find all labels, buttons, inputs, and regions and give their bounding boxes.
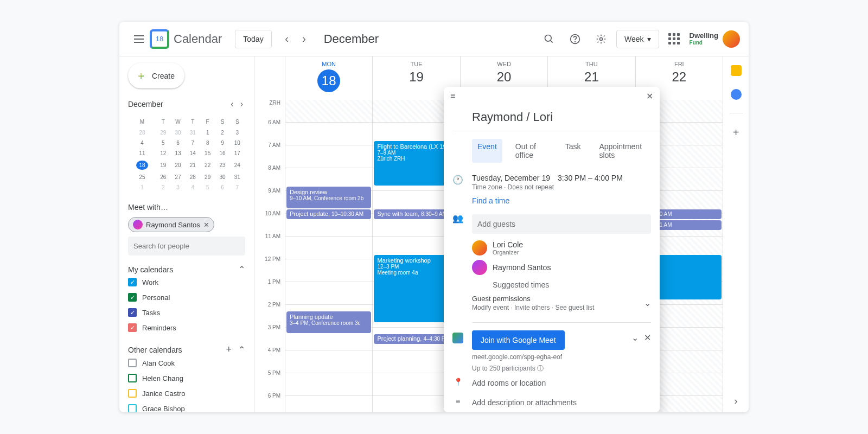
mini-prev-button[interactable]: ‹ <box>228 98 235 110</box>
add-addon-button[interactable]: + <box>733 126 739 139</box>
guest-row[interactable]: Raymond Santos <box>472 258 651 277</box>
mini-cal-day[interactable]: 31 <box>231 173 244 182</box>
help-button[interactable] <box>564 28 586 50</box>
search-button[interactable] <box>538 28 560 50</box>
event-type-tab[interactable]: Event <box>472 139 502 163</box>
view-selector[interactable]: Week▾ <box>616 30 659 48</box>
mini-cal-day[interactable]: 23 <box>215 159 229 171</box>
chip-remove-button[interactable]: ✕ <box>203 221 209 229</box>
mini-cal-day[interactable]: 12 <box>156 149 170 158</box>
mini-cal-day[interactable]: 18 <box>129 159 155 171</box>
settings-button[interactable] <box>590 28 612 50</box>
my-calendars-toggle[interactable]: My calendars ⌃ <box>128 264 245 275</box>
mini-cal-day[interactable]: 13 <box>171 149 184 158</box>
mini-cal-day[interactable]: 10 <box>231 138 244 148</box>
event-datetime[interactable]: Tuesday, December 193:30 PM – 4:00 PM <box>472 174 651 182</box>
meet-with-chip[interactable]: Raymond Santos ✕ <box>128 217 214 232</box>
apps-button[interactable] <box>663 28 685 50</box>
mini-cal-day[interactable]: 30 <box>215 173 229 182</box>
mini-cal-day[interactable]: 29 <box>156 128 170 137</box>
mini-cal-day[interactable]: 4 <box>186 183 200 192</box>
mini-cal-day[interactable]: 11 <box>129 149 155 158</box>
mini-cal-day[interactable]: 16 <box>215 149 229 158</box>
add-location-button[interactable]: 📍 Add rooms or location <box>472 373 651 393</box>
add-description-button[interactable]: ≡ Add description or attachments <box>472 393 651 412</box>
join-meet-button[interactable]: Join with Google Meet <box>472 330 565 350</box>
mini-cal-day[interactable]: 6 <box>215 183 229 192</box>
mini-cal-day[interactable]: 3 <box>231 128 244 137</box>
mini-cal-day[interactable]: 20 <box>171 159 184 171</box>
mini-cal-day[interactable]: 7 <box>186 138 200 148</box>
other-calendars-toggle[interactable]: Other calendars + ⌃ <box>128 344 245 355</box>
mini-cal-day[interactable]: 15 <box>201 149 214 158</box>
event-title-input[interactable]: Raymond / Lori <box>452 106 660 131</box>
prev-period-button[interactable]: ‹ <box>278 30 296 48</box>
mini-cal-day[interactable]: 14 <box>186 149 200 158</box>
calendar-toggle[interactable]: ✓Reminders <box>128 320 245 335</box>
event-type-tab[interactable]: Appointment slots <box>593 139 651 163</box>
calendar-toggle[interactable]: Alan Cook <box>128 355 245 371</box>
mini-cal-day[interactable]: 9 <box>215 138 229 148</box>
close-modal-button[interactable]: ✕ <box>646 91 653 101</box>
meet-expand-button[interactable]: ⌄ <box>631 333 639 343</box>
mini-calendar[interactable]: MTWTFSS282930311234567891011121314151617… <box>128 116 245 193</box>
calendar-event[interactable]: Design review9–10 AM, Conference room 2b <box>286 187 371 208</box>
calendar-event[interactable]: Project update, 10–10:30 AM <box>286 209 371 219</box>
mini-cal-day[interactable]: 31 <box>186 128 200 137</box>
today-button[interactable]: Today <box>235 30 271 48</box>
next-period-button[interactable]: › <box>296 30 313 48</box>
mini-cal-day[interactable]: 8 <box>201 138 214 148</box>
mini-cal-day[interactable]: 2 <box>156 183 170 192</box>
suggested-times-link[interactable]: Suggested times <box>493 280 651 289</box>
add-guests-input[interactable] <box>472 214 651 234</box>
mini-cal-day[interactable]: 30 <box>171 128 184 137</box>
day-header[interactable]: MON18 <box>285 56 372 100</box>
user-avatar[interactable] <box>723 30 740 48</box>
day-column[interactable]: Design review9–10 AM, Conference room 2b… <box>285 100 372 412</box>
drag-handle-icon[interactable]: ≡ <box>450 91 455 101</box>
info-icon[interactable]: ⓘ <box>537 365 544 372</box>
mini-cal-day[interactable]: 22 <box>201 159 214 171</box>
tasks-icon[interactable] <box>731 89 742 100</box>
mini-cal-day[interactable]: 21 <box>186 159 200 171</box>
mini-cal-day[interactable]: 5 <box>201 183 214 192</box>
calendar-toggle[interactable]: Janice Castro <box>128 386 245 401</box>
find-time-link[interactable]: Find a time <box>472 196 509 205</box>
mini-cal-day[interactable]: 17 <box>231 149 244 158</box>
calendar-toggle[interactable]: ✓Work <box>128 275 245 290</box>
event-type-tab[interactable]: Task <box>560 139 586 163</box>
guest-row[interactable]: Lori ColeOrganizer <box>472 238 651 258</box>
add-calendar-button[interactable]: + <box>226 344 232 355</box>
create-button[interactable]: ＋ Create <box>128 63 184 88</box>
calendar-toggle[interactable]: Helen Chang <box>128 371 245 386</box>
mini-cal-day[interactable]: 1 <box>129 183 155 192</box>
main-menu-button[interactable] <box>128 28 150 50</box>
calendar-toggle[interactable]: ✓Personal <box>128 290 245 305</box>
mini-cal-day[interactable]: 1 <box>201 128 214 137</box>
search-people-input[interactable] <box>128 237 245 256</box>
mini-cal-day[interactable]: 28 <box>129 128 155 137</box>
collapse-panel-button[interactable]: › <box>735 395 738 407</box>
calendar-event[interactable]: Planning update3–4 PM, Conference room 3… <box>286 311 371 333</box>
permissions-expand-button[interactable]: ⌄ <box>644 298 651 308</box>
calendar-toggle[interactable]: Grace Bishop <box>128 401 245 412</box>
mini-cal-day[interactable]: 3 <box>171 183 184 192</box>
mini-cal-day[interactable]: 4 <box>129 138 155 148</box>
mini-cal-day[interactable]: 7 <box>231 183 244 192</box>
keep-icon[interactable] <box>731 65 742 76</box>
mini-cal-day[interactable]: 27 <box>171 173 184 182</box>
meet-remove-button[interactable]: ✕ <box>644 333 651 343</box>
mini-cal-day[interactable]: 6 <box>171 138 184 148</box>
mini-cal-day[interactable]: 26 <box>156 173 170 182</box>
mini-next-button[interactable]: › <box>238 98 245 110</box>
mini-cal-day[interactable]: 25 <box>129 173 155 182</box>
people-icon: 👥 <box>452 213 463 224</box>
mini-cal-day[interactable]: 24 <box>231 159 244 171</box>
mini-cal-day[interactable]: 19 <box>156 159 170 171</box>
mini-cal-day[interactable]: 28 <box>186 173 200 182</box>
mini-cal-day[interactable]: 29 <box>201 173 214 182</box>
mini-cal-day[interactable]: 2 <box>215 128 229 137</box>
event-type-tab[interactable]: Out of office <box>510 139 552 163</box>
calendar-toggle[interactable]: ✓Tasks <box>128 305 245 320</box>
mini-cal-day[interactable]: 5 <box>156 138 170 148</box>
